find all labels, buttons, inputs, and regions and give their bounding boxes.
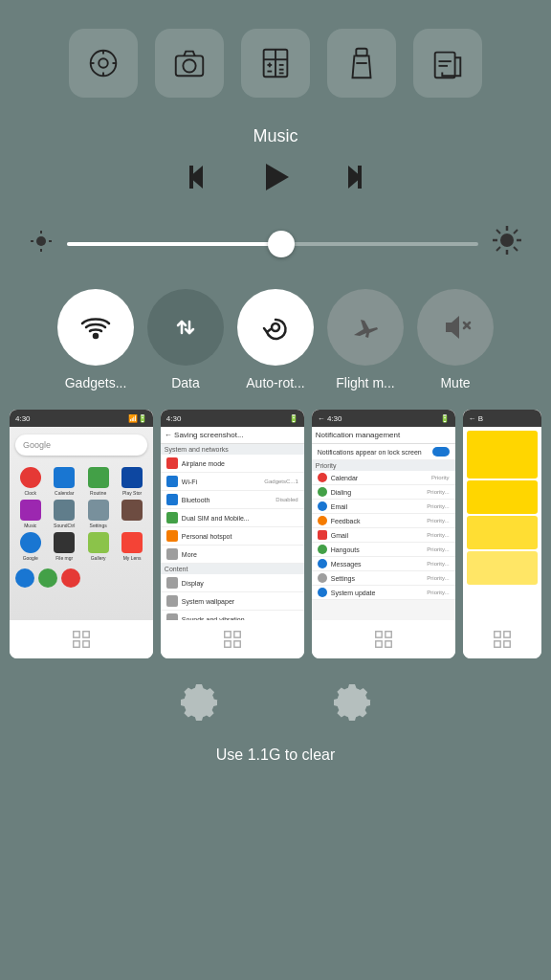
svg-point-0 bbox=[91, 51, 117, 77]
brightness-slider[interactable] bbox=[67, 242, 478, 246]
data-toggle[interactable]: Data bbox=[147, 289, 224, 390]
prev-button[interactable] bbox=[186, 160, 220, 194]
svg-rect-23 bbox=[189, 166, 193, 189]
camera-button[interactable] bbox=[155, 29, 224, 98]
svg-point-41 bbox=[94, 334, 98, 338]
gadgets-toggle[interactable]: Gadgets... bbox=[57, 289, 134, 390]
recent-apps-section: 4:30 📶🔋 Google Clock Calendar Routine Pl… bbox=[0, 410, 551, 658]
svg-line-37 bbox=[496, 230, 500, 234]
svg-rect-17 bbox=[356, 49, 366, 56]
clear-text[interactable]: Use 1.1G to clear bbox=[216, 746, 336, 764]
svg-rect-54 bbox=[375, 632, 381, 637]
svg-line-38 bbox=[514, 247, 518, 251]
card-home-footer bbox=[10, 620, 153, 658]
mute-label: Mute bbox=[440, 375, 470, 390]
card-notif-footer bbox=[312, 620, 455, 658]
gear-button-right[interactable] bbox=[323, 674, 381, 731]
svg-point-27 bbox=[36, 236, 46, 246]
svg-rect-19 bbox=[435, 53, 455, 78]
svg-line-40 bbox=[496, 247, 500, 251]
svg-point-32 bbox=[500, 234, 514, 247]
svg-rect-51 bbox=[234, 632, 240, 637]
svg-rect-46 bbox=[74, 632, 79, 637]
svg-rect-53 bbox=[234, 641, 240, 647]
music-label: Music bbox=[253, 126, 298, 146]
joystick-button[interactable] bbox=[69, 29, 138, 98]
flight-circle bbox=[327, 289, 404, 366]
svg-rect-59 bbox=[504, 632, 510, 637]
brightness-row bbox=[0, 215, 551, 272]
autorot-circle bbox=[237, 289, 314, 366]
flight-label: Flight m... bbox=[336, 375, 394, 390]
svg-marker-24 bbox=[266, 164, 289, 190]
svg-point-1 bbox=[99, 58, 108, 68]
svg-rect-57 bbox=[385, 641, 390, 647]
svg-rect-49 bbox=[83, 641, 89, 647]
recent-card-home[interactable]: 4:30 📶🔋 Google Clock Calendar Routine Pl… bbox=[10, 410, 153, 658]
svg-rect-56 bbox=[375, 641, 381, 647]
recent-card-browser[interactable]: ← B bbox=[463, 410, 541, 658]
svg-rect-55 bbox=[385, 632, 390, 637]
autorot-label: Auto-rot... bbox=[246, 375, 304, 390]
flight-toggle[interactable]: Flight m... bbox=[327, 289, 404, 390]
svg-rect-52 bbox=[225, 641, 231, 647]
bottom-gear-row bbox=[0, 658, 551, 741]
gear-button-left[interactable] bbox=[170, 674, 228, 731]
mute-toggle[interactable]: Mute bbox=[417, 289, 494, 390]
calculator-button[interactable] bbox=[241, 29, 310, 98]
clear-text-row: Use 1.1G to clear bbox=[0, 741, 551, 773]
screenshot-button[interactable] bbox=[413, 29, 482, 98]
quick-icons-row bbox=[0, 0, 551, 117]
music-section: Music bbox=[0, 117, 551, 210]
svg-line-39 bbox=[514, 230, 518, 234]
mute-circle bbox=[417, 289, 494, 366]
recent-card-settings[interactable]: 4:30 🔋 ← Saving screenshot... System and… bbox=[161, 410, 304, 658]
toggle-row: Gadgets... Data Auto-rot... bbox=[0, 272, 551, 398]
svg-rect-61 bbox=[504, 641, 510, 647]
music-controls bbox=[186, 160, 365, 194]
svg-rect-60 bbox=[495, 641, 500, 647]
svg-rect-50 bbox=[225, 632, 231, 637]
svg-rect-58 bbox=[495, 632, 500, 637]
card-settings-footer bbox=[161, 620, 304, 658]
data-label: Data bbox=[171, 375, 200, 390]
brightness-low-icon bbox=[29, 229, 54, 259]
svg-rect-47 bbox=[83, 632, 89, 637]
next-button[interactable] bbox=[331, 160, 365, 194]
svg-marker-43 bbox=[446, 316, 459, 339]
flashlight-button[interactable] bbox=[327, 29, 396, 98]
autorot-toggle[interactable]: Auto-rot... bbox=[237, 289, 314, 390]
brightness-high-icon bbox=[492, 225, 522, 262]
play-button[interactable] bbox=[258, 160, 293, 194]
svg-rect-48 bbox=[74, 641, 79, 647]
svg-point-42 bbox=[272, 323, 279, 331]
svg-point-7 bbox=[183, 59, 195, 72]
gadgets-circle bbox=[57, 289, 134, 366]
card-browser-footer bbox=[463, 620, 541, 658]
recent-card-notifications[interactable]: ← 4:30 🔋 Notification management Notific… bbox=[312, 410, 455, 658]
gadgets-label: Gadgets... bbox=[65, 375, 127, 390]
data-circle bbox=[147, 289, 224, 366]
svg-rect-26 bbox=[358, 166, 362, 189]
